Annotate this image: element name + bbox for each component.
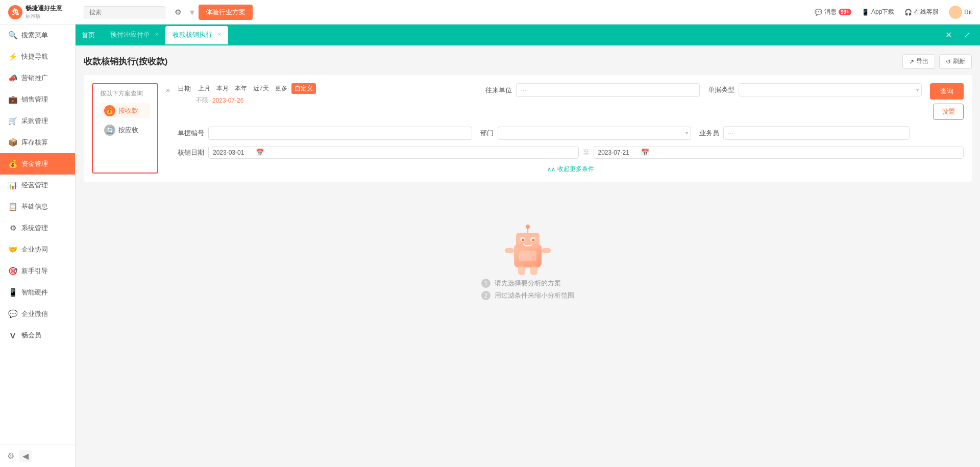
inventory-icon: 📦 [8, 138, 17, 147]
tab-home[interactable]: 首页 [82, 31, 103, 40]
date-7days[interactable]: 近7天 [251, 83, 271, 94]
sales-icon: 💼 [8, 95, 17, 104]
dept-select[interactable] [498, 127, 691, 140]
offset-date-start-wrap[interactable]: 📅 [208, 146, 579, 159]
sales-input[interactable]: ··· [723, 126, 910, 140]
svg-rect-7 [542, 248, 551, 253]
filter-option-by-receipt[interactable]: 💰 按收款 [100, 103, 150, 118]
search-input[interactable] [84, 6, 165, 18]
dropdown-icon[interactable]: ▾ [190, 7, 194, 18]
gear-icon[interactable]: ⚙ [169, 4, 186, 20]
by-receivable-label: 按应收 [118, 126, 138, 135]
sidebar-item-business[interactable]: 📊 经营管理 [0, 175, 75, 196]
page-actions: ↗ 导出 ↺ 刷新 [902, 54, 972, 69]
export-label: 导出 [916, 57, 928, 66]
export-icon: ↗ [909, 58, 914, 65]
filter-option-by-receivable[interactable]: 🔄 按应收 [100, 122, 150, 138]
counterpart-input[interactable]: ··· [516, 83, 699, 97]
tab-home-label: 首页 [82, 31, 95, 39]
dept-select-wrap: ▾ [498, 127, 691, 140]
dept-filter: 部门 ▾ [480, 127, 691, 140]
tab-receipt-close[interactable]: × [217, 32, 220, 37]
sidebar-label-wechat: 企业微信 [21, 309, 48, 318]
message-item[interactable]: 💬 消息 99+ [815, 8, 851, 16]
sidebar-collapse-button[interactable]: ◀ [19, 450, 32, 462]
date-custom[interactable]: 自定义 [291, 83, 316, 94]
offset-date-end-icon[interactable]: 📅 [641, 149, 649, 156]
sidebar-item-wechat[interactable]: 💬 企业微信 [0, 303, 75, 325]
sidebar-item-purchase[interactable]: 🛒 采购管理 [0, 110, 75, 132]
sidebar-label-marketing: 营销推广 [21, 73, 48, 83]
counterpart-label: 往来单位 [485, 86, 512, 95]
collapse-more-btn[interactable]: ∧∧ 收起更多条件 [178, 163, 964, 174]
refresh-button[interactable]: ↺ 刷新 [939, 54, 972, 69]
empty-hint-1: 1 请先选择要分析的方案 [481, 279, 574, 288]
filter-conditions: 日期 上月 本月 本年 近7天 更多 自定义 [178, 83, 964, 174]
sidebar-item-guide[interactable]: 🎯 新手引导 [0, 260, 75, 282]
sidebar-bottom: ⚙ ◀ [0, 444, 75, 467]
tab-prepay-offset[interactable]: 预付冲应付单 × [103, 25, 165, 45]
collapse-more-icon: ∧∧ [547, 166, 555, 173]
date-more[interactable]: 更多 [273, 83, 289, 94]
doctype-select-wrap: ▾ [739, 83, 922, 96]
sidebar-item-enterprise[interactable]: 🤝 企业协同 [0, 239, 75, 260]
sidebar-item-quick-nav[interactable]: ⚡ 快捷导航 [0, 46, 75, 67]
sidebar-item-system[interactable]: ⚙ 系统管理 [0, 217, 75, 239]
enterprise-icon: 🤝 [8, 245, 17, 254]
date-filter-group: 日期 上月 本月 本年 近7天 更多 自定义 [178, 83, 477, 105]
sidebar-item-member[interactable]: V 畅会员 [0, 325, 75, 346]
topbar: 兔 畅捷通好生意 标准版 ⚙ ▾ 体验行业方案 💬 消息 99+ 📱 App下载… [0, 0, 980, 24]
offset-date-end[interactable] [598, 149, 639, 156]
tab-expand-action[interactable]: ⤢ [960, 28, 974, 42]
counterpart-dots: ··· [521, 86, 526, 94]
sidebar-item-search-menu[interactable]: 🔍 搜索菜单 [0, 24, 75, 46]
online-service-item[interactable]: 🎧 在线客服 [904, 8, 939, 16]
service-label: 在线客服 [914, 8, 939, 16]
tab-receipt-offset[interactable]: 收款核销执行 × [165, 26, 228, 44]
by-receivable-icon: 🔄 [104, 125, 115, 136]
filter-actions: 查询 设置 [930, 83, 964, 120]
setting-button[interactable]: 设置 [933, 104, 964, 120]
sidebar-item-hardware[interactable]: 📱 智能硬件 [0, 282, 75, 303]
offset-date-end-wrap[interactable]: 📅 [594, 146, 964, 159]
filter-row-2: 单据编号 部门 ▾ [178, 126, 964, 140]
content-area: 首页 预付冲应付单 × 收款核销执行 × ✕ ⤢ 收款核销执行(按收款) ↗ [76, 24, 980, 467]
date-this-year[interactable]: 本年 [233, 83, 249, 94]
logo-icon: 兔 [8, 5, 22, 19]
offset-date-start[interactable] [213, 149, 254, 156]
sidebar-item-inventory[interactable]: 📦 库存核算 [0, 132, 75, 153]
tab-prepay-close[interactable]: × [155, 32, 158, 37]
app-download-item[interactable]: 📱 App下载 [862, 8, 894, 16]
offset-date-start-icon[interactable]: 📅 [256, 149, 264, 156]
date-last-month[interactable]: 上月 [196, 83, 212, 94]
sidebar-item-sales[interactable]: 💼 销售管理 [0, 89, 75, 110]
empty-hint-2: 2 用过滤条件来缩小分析范围 [481, 291, 574, 300]
user-area[interactable]: Rit [949, 6, 972, 19]
page-header: 收款核销执行(按收款) ↗ 导出 ↺ 刷新 [84, 54, 972, 69]
docnum-input[interactable] [208, 127, 472, 140]
date-label-row: 日期 上月 本月 本年 近7天 更多 自定义 [178, 83, 477, 94]
doctype-select[interactable] [739, 83, 922, 96]
export-button[interactable]: ↗ 导出 [902, 54, 935, 69]
solution-button[interactable]: 体验行业方案 [199, 5, 253, 20]
date-this-month[interactable]: 本月 [214, 83, 231, 94]
sales-filter: 业务员 ··· [699, 126, 910, 140]
hint-text-1: 请先选择要分析的方案 [495, 279, 561, 288]
empty-hints: 1 请先选择要分析的方案 2 用过滤条件来缩小分析范围 [481, 279, 574, 300]
dept-label: 部门 [480, 129, 494, 138]
purchase-icon: 🛒 [8, 116, 17, 126]
query-button[interactable]: 查询 [930, 83, 964, 100]
filter-panel: 按以下方案查询 💰 按收款 🔄 按应收 » [84, 75, 972, 182]
tab-close-action[interactable]: ✕ [941, 28, 955, 42]
sidebar-label-search-menu: 搜索菜单 [21, 31, 48, 40]
sidebar-label-hardware: 智能硬件 [21, 288, 48, 297]
page-title: 收款核销执行(按收款) [84, 56, 167, 67]
sidebar-settings-icon[interactable]: ⚙ [7, 451, 14, 461]
app-icon: 📱 [862, 9, 869, 16]
sidebar-item-finance[interactable]: 💰 资金管理 [0, 153, 75, 175]
sidebar-item-basic-info[interactable]: 📋 基础信息 [0, 196, 75, 217]
filter-collapse-button[interactable]: » [162, 84, 174, 95]
member-icon: V [8, 331, 17, 340]
offset-date-separator: 至 [583, 148, 590, 157]
sidebar-item-marketing[interactable]: 📣 营销推广 [0, 67, 75, 89]
